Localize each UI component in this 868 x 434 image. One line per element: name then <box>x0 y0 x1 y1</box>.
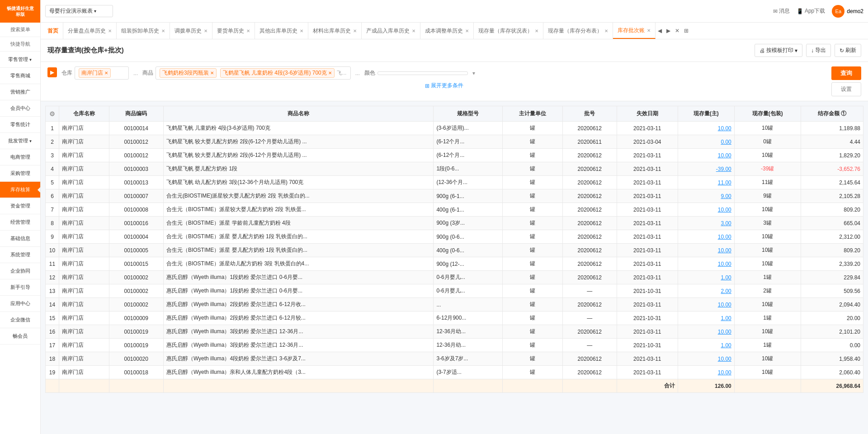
tab-home[interactable]: 首页 <box>43 23 63 39</box>
btn-query[interactable]: 查询 <box>831 66 861 80</box>
tab-close-inventory-status[interactable]: ✕ <box>535 28 538 33</box>
sidebar-item-vip[interactable]: 畅会员 <box>0 328 40 344</box>
sidebar-item-basic-info[interactable]: 基础信息 <box>0 231 40 247</box>
row-qty-main[interactable]: 10.00 <box>678 325 734 339</box>
row-qty-main[interactable]: 0.00 <box>678 135 734 149</box>
row-code: 00100020 <box>109 352 163 366</box>
row-qty-main[interactable]: 10.00 <box>678 244 734 257</box>
gear-icon[interactable]: ⚙ <box>49 110 55 118</box>
sidebar-item-operations[interactable]: 经营管理 <box>0 214 40 231</box>
btn-template-print[interactable]: 🖨 按模板打印 ▾ <box>755 44 802 57</box>
tab-product-in[interactable]: 产成品入库单历史 ✕ <box>362 23 420 39</box>
tab-nav-next[interactable]: ▶ <box>664 28 673 34</box>
user-area[interactable]: Ea demo2 <box>832 5 863 18</box>
row-qty-main[interactable]: 2.00 <box>678 284 734 298</box>
tab-close-all[interactable]: ✕ <box>673 28 682 34</box>
warehouse-tag-container[interactable]: 南岸门店 ✕ <box>75 66 129 80</box>
sidebar-item-retail-store[interactable]: 零售商城 <box>0 68 40 84</box>
tab-close-request[interactable]: ✕ <box>246 28 250 33</box>
row-qty-main[interactable]: 9.00 <box>678 189 734 203</box>
tab-close-cost-adjust[interactable]: ✕ <box>465 28 469 33</box>
row-qty-main[interactable]: -39.00 <box>678 162 734 176</box>
sidebar-item-enterprise-wechat[interactable]: 企业微信 <box>0 312 40 328</box>
filter-warehouse-more[interactable]: ... <box>133 70 138 76</box>
tab-inventory-dist[interactable]: 现存量（库存分布表） ✕ <box>543 23 613 39</box>
sidebar-item-retail-stats[interactable]: 零售统计 <box>0 117 40 133</box>
row-qty-main[interactable]: 10.00 <box>678 203 734 217</box>
tab-close-split[interactable]: ✕ <box>108 28 112 33</box>
tab-close-sample[interactable]: ✕ <box>204 28 208 33</box>
row-qty-main[interactable]: 1.00 <box>678 271 734 284</box>
row-qty-main[interactable]: 1.00 <box>678 311 734 325</box>
product-tag-1-close[interactable]: ✕ <box>210 71 214 75</box>
warehouse-tag-nanan[interactable]: 南岸门店 ✕ <box>79 68 111 78</box>
row-qty-main[interactable]: 11.00 <box>678 176 734 189</box>
tab-close-batch-voucher[interactable]: ✕ <box>647 28 651 33</box>
product-tag-2-close[interactable]: ✕ <box>328 71 332 75</box>
expand-more-btn[interactable]: ⊞ 展开更多条件 <box>61 80 827 92</box>
btn-settings[interactable]: 设置 <box>831 82 861 96</box>
tab-request[interactable]: 要货单历史 ✕ <box>212 23 255 39</box>
sidebar-item-enterprise[interactable]: 企业协同 <box>0 263 40 279</box>
row-qty-main[interactable]: 10.00 <box>678 230 734 244</box>
tab-close-other-out[interactable]: ✕ <box>300 28 303 33</box>
row-qty-main[interactable]: 10.00 <box>678 298 734 311</box>
tab-cost-adjust[interactable]: 成本调整单历史 ✕ <box>420 23 474 39</box>
row-name: 惠氏启醇（Wyeth illuma）2段奶粉 爱尔兰进口 6-12月收... <box>163 298 434 311</box>
tab-close-inventory-dist[interactable]: ✕ <box>604 28 608 33</box>
sidebar-item-app-center[interactable]: 应用中心 <box>0 296 40 312</box>
row-qty-main[interactable]: 10.00 <box>678 149 734 162</box>
tab-close-material-out[interactable]: ✕ <box>353 28 357 33</box>
page-title: 现存量查询(按仓库+批次) <box>47 46 124 55</box>
tab-other-out[interactable]: 其他出库单历史 ✕ <box>255 23 308 39</box>
sidebar-item-finance[interactable]: 资金管理 <box>0 198 40 214</box>
sidebar-item-member-center[interactable]: 会员中心 <box>0 100 40 117</box>
row-num: 18 <box>46 352 59 366</box>
sidebar-item-ecommerce[interactable]: 电商管理 <box>0 149 40 165</box>
row-code: 00100018 <box>109 366 163 379</box>
product-tag-more[interactable]: 飞… <box>337 70 347 76</box>
warehouse-selector[interactable]: 母婴行业演示账表 ▾ <box>45 5 113 17</box>
filter-expand-btn[interactable]: ▶ <box>47 67 57 77</box>
row-amount: 2,312.00 <box>801 230 863 244</box>
btn-export[interactable]: ↓ 导出 <box>806 44 831 57</box>
tab-split-inventory[interactable]: 分量盘点单历史 ✕ <box>63 23 117 39</box>
message-btn[interactable]: ✉ 消息 <box>773 7 790 15</box>
product-tag-2[interactable]: 飞鹤星飞帆 儿童奶粉 4段(3-6岁适用) 700克 ✕ <box>220 68 335 78</box>
tab-close-product-in[interactable]: ✕ <box>412 28 415 33</box>
sidebar-item-wholesale[interactable]: 批发管理 <box>0 133 40 149</box>
tab-batch-voucher[interactable]: 库存批次账 ✕ <box>613 23 656 39</box>
row-qty-main[interactable]: 1.00 <box>678 339 734 352</box>
footer-qty-total: 126.00 <box>678 379 734 393</box>
sidebar-item-inventory[interactable]: 库存核算 <box>0 182 40 198</box>
sidebar-item-purchase[interactable]: 采购管理 <box>0 165 40 182</box>
app-download-btn[interactable]: 📱 App下载 <box>797 7 825 15</box>
warehouse-tag-close[interactable]: ✕ <box>104 71 108 75</box>
table-row: 3 南岸门店 00100012 飞鹤星飞帆 较大婴儿配方奶粉 2段(6-12个月… <box>46 149 863 162</box>
tab-close-disassemble[interactable]: ✕ <box>161 28 165 33</box>
product-tag-1[interactable]: 飞鹤奶粉3段丙瓶装 ✕ <box>160 68 217 78</box>
filter-product-more[interactable]: ... <box>355 70 360 76</box>
sidebar-item-marketing[interactable]: 营销推广 <box>0 84 40 100</box>
sidebar-item-new-guide[interactable]: 新手引导 <box>0 279 40 296</box>
table-row: 15 南岸门店 00100009 惠氏启醇（Wyeth illuma）2段奶粉 … <box>46 311 863 325</box>
sidebar-quick-nav[interactable]: 快捷导航 <box>0 37 40 52</box>
color-tag-container[interactable] <box>377 71 468 75</box>
btn-refresh[interactable]: ↻ 刷新 <box>835 44 861 57</box>
tab-inventory-status[interactable]: 现存量（库存状况表） ✕ <box>474 23 543 39</box>
sidebar-search[interactable]: 搜索菜单 <box>0 23 40 37</box>
tab-sample[interactable]: 调拨单历史 ✕ <box>170 23 212 39</box>
tab-nav-prev[interactable]: ◀ <box>656 28 664 34</box>
tab-menu[interactable]: ⊞ <box>682 28 691 34</box>
tab-disassemble[interactable]: 组装拆卸单历史 ✕ <box>117 23 170 39</box>
row-qty-main[interactable]: 10.00 <box>678 122 734 135</box>
row-qty-main[interactable]: 10.00 <box>678 366 734 379</box>
color-expand-arrow[interactable]: ▾ <box>472 70 475 76</box>
tab-material-out[interactable]: 材料出库单历史 ✕ <box>308 23 362 39</box>
sidebar-item-system[interactable]: 系统管理 <box>0 247 40 263</box>
sidebar-item-retail-management[interactable]: 零售管理 <box>0 52 40 68</box>
product-tag-container[interactable]: 飞鹤奶粉3段丙瓶装 ✕ 飞鹤星飞帆 儿童奶粉 4段(3-6岁适用) 700克 ✕… <box>156 66 351 80</box>
row-qty-main[interactable]: 3.00 <box>678 217 734 230</box>
row-qty-main[interactable]: 10.00 <box>678 257 734 271</box>
row-qty-main[interactable]: 10.00 <box>678 352 734 366</box>
